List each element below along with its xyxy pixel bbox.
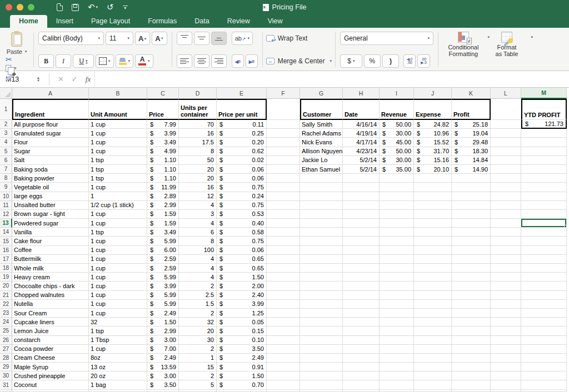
- cell-J12[interactable]: [414, 210, 452, 219]
- row-header-19[interactable]: 19: [0, 273, 12, 282]
- cell-D14[interactable]: 6: [179, 228, 217, 237]
- cell-B18[interactable]: 1 cup: [89, 264, 147, 273]
- cell-K3[interactable]: $19.04: [452, 129, 491, 138]
- cell-E11[interactable]: $0.75: [217, 201, 267, 210]
- row-header-26[interactable]: 26: [0, 336, 12, 345]
- cell-H23[interactable]: [343, 309, 380, 318]
- cell-C28[interactable]: $2.49: [147, 354, 179, 363]
- cell-F15[interactable]: [267, 237, 300, 245]
- cell-J21[interactable]: [414, 291, 452, 300]
- cell-M18[interactable]: [521, 264, 567, 273]
- cell-L14[interactable]: [491, 228, 521, 237]
- increase-decimal-button[interactable]: ◀.0.00: [403, 54, 416, 68]
- cell-I22[interactable]: [380, 300, 414, 309]
- cell-D6[interactable]: 50: [179, 156, 217, 165]
- cell-B9[interactable]: 1 cup: [89, 183, 147, 192]
- cell-I13[interactable]: [380, 219, 414, 228]
- cell-F32[interactable]: [267, 390, 300, 392]
- cell-B17[interactable]: 1 cup: [89, 255, 147, 264]
- cell-F8[interactable]: [267, 174, 300, 183]
- cell-D17[interactable]: 4: [179, 255, 217, 264]
- cell-H12[interactable]: [343, 210, 380, 219]
- cell-H24[interactable]: [343, 318, 380, 326]
- cell-E7[interactable]: $0.06: [217, 165, 267, 174]
- cell-C26[interactable]: $3.00: [147, 336, 179, 345]
- cell-C22[interactable]: $5.99: [147, 300, 179, 309]
- cell-B30[interactable]: 20 oz: [89, 371, 147, 380]
- cell-J15[interactable]: [414, 237, 452, 245]
- column-header-B[interactable]: B: [89, 88, 147, 99]
- row-header-10[interactable]: 10: [0, 192, 12, 201]
- cell-C10[interactable]: $2.89: [147, 192, 179, 201]
- cell-B3[interactable]: 1 cup: [89, 129, 147, 138]
- cell-C14[interactable]: $3.49: [147, 228, 179, 237]
- align-bottom-button[interactable]: [211, 32, 227, 45]
- cell-A2[interactable]: All purpose flour: [12, 120, 89, 129]
- cell-I24[interactable]: [380, 318, 414, 326]
- cell-C8[interactable]: $1.10: [147, 174, 179, 183]
- cell-D12[interactable]: 3: [179, 210, 217, 219]
- cell-I2[interactable]: $50.00: [380, 120, 414, 129]
- cell-I8[interactable]: [380, 174, 414, 183]
- cell-H14[interactable]: [343, 228, 380, 237]
- column-header-M[interactable]: M: [521, 88, 567, 99]
- row-header-11[interactable]: 11: [0, 201, 12, 210]
- cell-J1[interactable]: Expense: [414, 99, 452, 120]
- cell-K9[interactable]: [452, 183, 491, 192]
- cell-D20[interactable]: 2: [179, 282, 217, 290]
- cell-K4[interactable]: $29.48: [452, 138, 491, 147]
- cell-F10[interactable]: [267, 192, 300, 201]
- cell-C24[interactable]: $1.50: [147, 318, 179, 326]
- undo-dropdown-caret[interactable]: ▾: [96, 5, 98, 9]
- cell-G12[interactable]: [300, 210, 343, 219]
- cell-G5[interactable]: Allison Nguyen: [300, 147, 343, 156]
- cell-G23[interactable]: [300, 309, 343, 318]
- minimize-window-button[interactable]: [17, 4, 23, 11]
- cell-I9[interactable]: [380, 183, 414, 192]
- cell-J28[interactable]: [414, 354, 452, 363]
- cell-A17[interactable]: Buttermilk: [12, 255, 89, 264]
- cell-C27[interactable]: $7.00: [147, 345, 179, 354]
- cell-H25[interactable]: [343, 326, 380, 335]
- merge-center-dropdown-caret[interactable]: ▾: [330, 59, 332, 63]
- cell-L11[interactable]: [491, 201, 521, 210]
- new-workbook-button[interactable]: [57, 3, 63, 11]
- cell-K26[interactable]: [452, 336, 491, 345]
- cell-B8[interactable]: 1 tsp: [89, 174, 147, 183]
- cell-M22[interactable]: [521, 300, 567, 309]
- cell-J25[interactable]: [414, 326, 452, 335]
- font-color-dropdown-caret[interactable]: ▾: [148, 59, 150, 63]
- cell-G30[interactable]: [300, 371, 343, 380]
- cell-E24[interactable]: $0.05: [217, 318, 267, 326]
- cell-B2[interactable]: 1 cup: [89, 120, 147, 129]
- bold-button[interactable]: B: [38, 54, 54, 68]
- cell-H27[interactable]: [343, 345, 380, 354]
- column-header-F[interactable]: F: [267, 88, 300, 99]
- cell-E31[interactable]: $0.70: [217, 380, 267, 389]
- cell-I17[interactable]: [380, 255, 414, 264]
- cell-M1[interactable]: YTD PROFIT: [521, 99, 567, 120]
- cell-G32[interactable]: [300, 390, 343, 392]
- cell-C32[interactable]: [147, 390, 179, 392]
- cell-L2[interactable]: [491, 120, 521, 129]
- cell-L19[interactable]: [491, 273, 521, 282]
- column-header-K[interactable]: K: [452, 88, 491, 99]
- paste-button[interactable]: Paste▾: [4, 32, 29, 55]
- cell-A25[interactable]: Lemon Juice: [12, 326, 89, 335]
- cell-M8[interactable]: [521, 174, 567, 183]
- cell-A13[interactable]: Powdered sugar: [12, 219, 89, 228]
- cell-D16[interactable]: 100: [179, 246, 217, 255]
- cell-E16[interactable]: $0.06: [217, 246, 267, 255]
- cell-C15[interactable]: $5.99: [147, 237, 179, 245]
- cell-D29[interactable]: 15: [179, 363, 217, 371]
- font-color-button[interactable]: A▾: [135, 54, 153, 68]
- cell-K28[interactable]: [452, 354, 491, 363]
- cell-M21[interactable]: [521, 291, 567, 300]
- cell-M29[interactable]: [521, 363, 567, 371]
- cell-I4[interactable]: $45.00: [380, 138, 414, 147]
- orientation-button[interactable]: ab▾: [232, 32, 253, 45]
- cell-I5[interactable]: $50.00: [380, 147, 414, 156]
- cell-I27[interactable]: [380, 345, 414, 354]
- cell-D10[interactable]: 12: [179, 192, 217, 201]
- cell-B6[interactable]: 1 tsp: [89, 156, 147, 165]
